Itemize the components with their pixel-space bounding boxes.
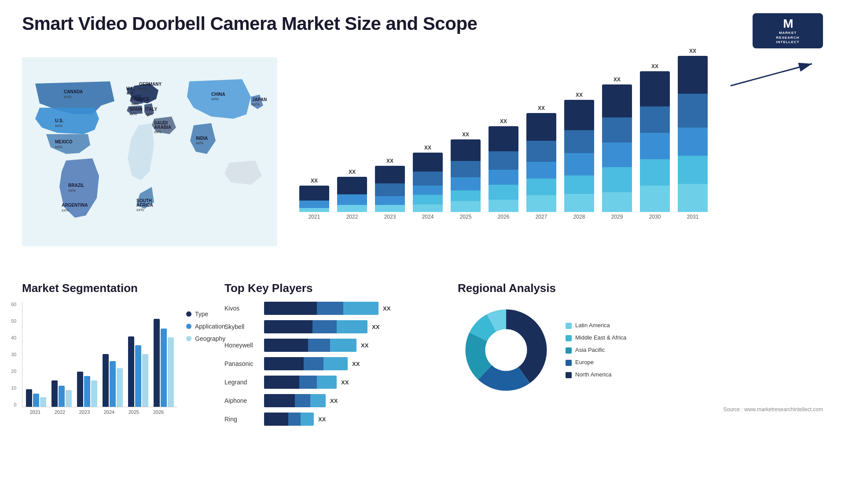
seg-bar-2025 [128,336,148,407]
svg-text:xx%: xx% [154,130,162,134]
seg-bar-2026 [154,319,174,407]
player-row-aiphone: Aiphone XX [224,394,445,407]
header: Smart Video Doorbell Camera Market Size … [22,13,823,48]
svg-text:SPAIN: SPAIN [129,107,143,112]
player-row-kivos: Kivos XX [224,302,445,315]
logo-letter: M [783,17,792,31]
bar-2024: XX 2024 [413,145,443,220]
page-container: Smart Video Doorbell Camera Market Size … [0,0,845,504]
svg-text:xx%: xx% [55,145,62,149]
svg-text:xx%: xx% [139,87,147,91]
player-row-ring: Ring XX [224,413,445,426]
player-row-skybell: Skybell XX [224,320,445,333]
bar-2027: XX 2027 [526,105,556,220]
regional-title: Regional Analysis [458,281,823,295]
svg-text:U.K.: U.K. [126,86,135,91]
svg-text:FRANCE: FRANCE [131,97,150,102]
svg-text:xx%: xx% [145,112,153,116]
legend-middle-east-africa: Middle East & Africa [566,334,626,341]
svg-text:xx%: xx% [55,124,62,128]
legend-application: Application [186,323,225,330]
bar-2021: XX 2021 [299,178,329,220]
svg-text:ARGENTINA: ARGENTINA [62,203,88,208]
legend-north-america: North America [566,371,626,378]
bar-2029: XX 2029 [602,77,632,220]
svg-text:ARABIA: ARABIA [154,125,171,130]
bar-chart-section: XX 2021 XX 2022 [286,57,823,273]
segmentation-title: Market Segmentation [22,281,211,295]
legend-type: Type [186,310,225,318]
svg-text:ITALY: ITALY [145,107,158,112]
svg-text:BRAZIL: BRAZIL [68,183,84,188]
svg-text:xx%: xx% [211,97,219,101]
svg-text:xx%: xx% [252,102,260,106]
key-players-section: Top Key Players Kivos XX Skybell [224,281,445,431]
regional-section: Regional Analysis [458,281,823,431]
svg-text:xx%: xx% [64,95,71,99]
segmentation-section: Market Segmentation 60 50 40 30 20 10 0 [22,281,211,431]
svg-text:CHINA: CHINA [211,92,225,97]
svg-text:U.S.: U.S. [55,118,64,123]
legend-geography: Geography [186,335,225,342]
world-map: CANADA xx% U.S. xx% MEXICO xx% BRAZIL xx… [22,57,277,246]
player-row-legrand: Legrand XX [224,376,445,389]
svg-text:xx%: xx% [129,112,137,116]
seg-bar-2022 [51,380,72,407]
seg-bar-2023 [77,372,97,407]
legend-europe: Europe [566,359,626,366]
seg-bar-2024 [103,354,123,407]
svg-text:xx%: xx% [196,141,203,145]
seg-legend: Type Application Geography [186,302,225,417]
svg-text:CANADA: CANADA [64,89,83,94]
svg-text:GERMANY: GERMANY [139,82,162,87]
bar-2026: XX 2026 [489,118,518,220]
svg-text:AFRICA: AFRICA [136,203,153,208]
svg-text:xx%: xx% [126,91,134,95]
bar-2031: XX 2031 [678,48,708,220]
seg-bar-2021 [26,389,46,407]
svg-text:xx%: xx% [131,102,139,106]
map-section: CANADA xx% U.S. xx% MEXICO xx% BRAZIL xx… [22,57,277,273]
bottom-grid: Market Segmentation 60 50 40 30 20 10 0 [22,281,823,431]
svg-text:xx%: xx% [68,188,76,193]
donut-chart [458,302,555,398]
logo-text: MARKET RESEARCH INTELLECT [776,31,800,44]
bar-2025: XX 2025 [451,131,481,220]
key-players-title: Top Key Players [224,281,445,295]
page-title: Smart Video Doorbell Camera Market Size … [22,13,477,34]
svg-text:xx%: xx% [136,208,144,212]
bar-2023: XX 2023 [375,158,405,220]
svg-text:MEXICO: MEXICO [55,139,73,144]
bar-2022: XX 2022 [337,169,367,220]
svg-text:JAPAN: JAPAN [252,97,267,102]
svg-text:INDIA: INDIA [196,136,208,141]
bar-2028: XX 2028 [564,92,594,220]
bar-2030: XX 2030 [640,63,670,220]
top-grid: CANADA xx% U.S. xx% MEXICO xx% BRAZIL xx… [22,57,823,273]
regional-legend: Latin America Middle East & Africa Asia … [566,322,626,378]
svg-point-40 [488,332,525,369]
player-row-panasonic: Panasonic XX [224,357,445,370]
svg-text:xx%: xx% [62,208,69,212]
legend-asia-pacific: Asia Pacific [566,347,626,354]
source-text: Source : www.marketresearchintellect.com [458,405,823,413]
logo: M MARKET RESEARCH INTELLECT [753,13,823,48]
player-row-honeywell: Honeywell XX [224,339,445,352]
legend-latin-america: Latin America [566,322,626,329]
